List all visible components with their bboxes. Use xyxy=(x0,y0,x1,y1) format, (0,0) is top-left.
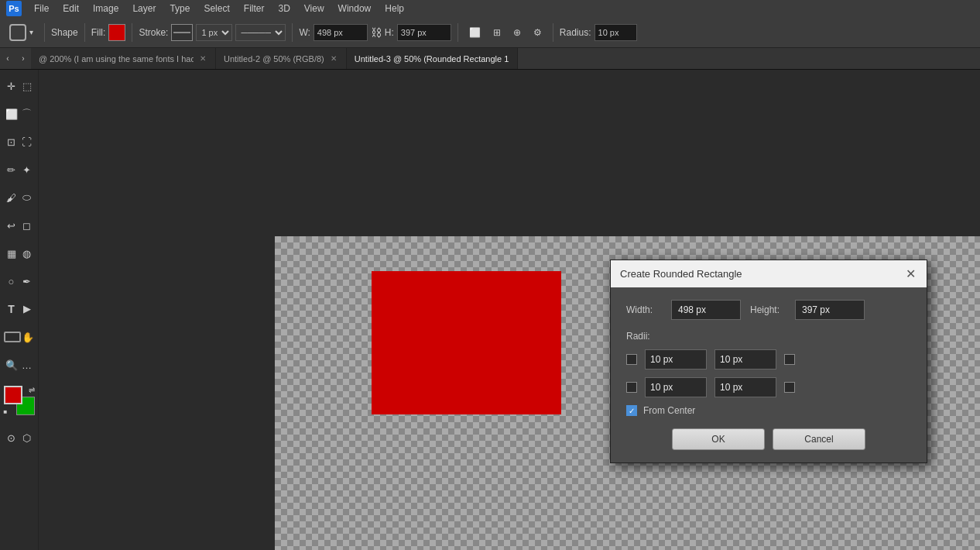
move-tools: ✛ ⬚ xyxy=(4,73,35,99)
dialog-body: Width: Height: Radii: xyxy=(611,287,927,462)
fill-color-swatch[interactable] xyxy=(108,24,125,41)
radii-tl-input[interactable] xyxy=(645,349,707,370)
radii-row-2 xyxy=(626,377,911,397)
shape-label: Shape xyxy=(51,27,78,38)
app-logo: Ps xyxy=(6,1,22,16)
link-dimensions-icon[interactable]: ⛓ xyxy=(371,26,382,39)
radii-bl-input[interactable] xyxy=(645,377,707,397)
from-center-checkbox[interactable]: ✓ xyxy=(626,405,637,416)
from-center-row: ✓ From Center xyxy=(626,405,911,416)
tab-label-1: Untitled-2 @ 50% (RGB/8) xyxy=(224,54,324,64)
menu-help[interactable]: Help xyxy=(379,2,410,15)
pen-tool[interactable]: ✒ xyxy=(19,268,35,294)
blur-tool[interactable]: ◍ xyxy=(19,240,35,266)
menu-view[interactable]: View xyxy=(298,2,331,15)
marquee-tools: ⬜ ⌒ xyxy=(4,101,35,127)
stroke-width-dropdown[interactable]: 1 px xyxy=(196,24,232,41)
move-tool[interactable]: ✛ xyxy=(4,73,19,99)
zoom-tools: 🔍 … xyxy=(4,352,35,378)
menu-window[interactable]: Window xyxy=(332,2,378,15)
toolbar-separator-5 xyxy=(457,23,458,42)
shape-tool-button[interactable]: ▾ xyxy=(5,21,38,44)
dimensions-row: Width: Height: xyxy=(626,300,911,320)
healing-tool[interactable]: ✦ xyxy=(19,156,35,183)
eraser-tool[interactable]: ◻ xyxy=(19,212,35,239)
dodge-tool[interactable]: ○ xyxy=(4,268,19,294)
cancel-button[interactable]: Cancel xyxy=(773,428,865,450)
width-label: W: xyxy=(299,27,310,38)
height-input[interactable] xyxy=(397,24,451,41)
hand-tool[interactable]: ✋ xyxy=(21,324,35,350)
rectangular-marquee-tool[interactable]: ⬜ xyxy=(4,101,19,127)
layer-arrange-button[interactable]: ⊕ xyxy=(509,24,526,41)
menu-filter[interactable]: Filter xyxy=(238,2,271,15)
lasso-tool[interactable]: ⌒ xyxy=(19,101,35,127)
create-rounded-rectangle-dialog: Create Rounded Rectangle ✕ Width: Height… xyxy=(610,260,927,463)
menu-edit[interactable]: Edit xyxy=(57,2,85,15)
brush-tool[interactable]: 🖌 xyxy=(4,184,19,211)
radii-br-input[interactable] xyxy=(714,377,776,397)
quick-mask-tool[interactable]: ⊙ xyxy=(4,425,19,451)
tab-0[interactable]: @ 200% (I am using the same fonts I had … xyxy=(31,48,216,69)
toolbar-separator-4 xyxy=(292,23,293,42)
tab-scroll-left[interactable]: ‹ xyxy=(0,48,15,69)
object-selection-tool[interactable]: ⊡ xyxy=(4,129,19,155)
shape-settings-button[interactable]: ⚙ xyxy=(529,24,547,41)
history-brush-tool[interactable]: ↩ xyxy=(4,212,19,239)
swap-colors-icon[interactable]: ⇌ xyxy=(29,386,35,394)
menu-image[interactable]: Image xyxy=(87,2,125,15)
tab-2[interactable]: Untitled-3 @ 50% (Rounded Rectangle 1, R… xyxy=(347,48,518,69)
radii-tr-input[interactable] xyxy=(714,349,776,370)
radii-br-checkbox[interactable] xyxy=(784,382,795,393)
default-colors-icon[interactable]: ■ xyxy=(4,408,8,415)
path-selection-tool[interactable]: ▶ xyxy=(19,296,35,322)
zoom-tool[interactable]: 🔍 xyxy=(4,352,19,378)
foreground-color-swatch[interactable] xyxy=(4,386,22,404)
gradient-tool[interactable]: ▦ xyxy=(4,240,19,266)
tab-1[interactable]: Untitled-2 @ 50% (RGB/8) ✕ xyxy=(216,48,347,69)
radius-input[interactable] xyxy=(595,24,637,41)
dialog-width-label: Width: xyxy=(626,304,665,315)
width-input[interactable] xyxy=(314,24,368,41)
tab-close-0[interactable]: ✕ xyxy=(198,53,207,64)
options-toolbar: ▾ Shape Fill: Stroke: 1 px ───── W: ⛓ H:… xyxy=(0,17,980,48)
menu-type[interactable]: Type xyxy=(163,2,196,15)
fill-label: Fill: xyxy=(91,27,106,38)
tab-label-0: @ 200% (I am using the same fonts I had … xyxy=(39,54,194,64)
menu-file[interactable]: File xyxy=(28,2,55,15)
mask-screen-tools: ⊙ ⬡ xyxy=(4,425,35,451)
type-tool[interactable]: T xyxy=(4,296,19,322)
screen-mode-tool[interactable]: ⬡ xyxy=(19,425,35,451)
crop-tool[interactable]: ⛶ xyxy=(19,129,35,155)
dialog-title: Create Rounded Rectangle xyxy=(620,268,742,280)
red-rectangle-shape xyxy=(372,271,561,414)
radii-tr-checkbox[interactable] xyxy=(784,354,795,365)
ok-button[interactable]: OK xyxy=(672,428,765,450)
dialog-close-button[interactable]: ✕ xyxy=(904,266,917,281)
height-field: Height: xyxy=(750,300,865,320)
rectangle-tool[interactable] xyxy=(4,332,21,342)
dialog-height-input[interactable] xyxy=(795,300,865,320)
dialog-width-input[interactable] xyxy=(671,300,741,320)
radii-bl-checkbox[interactable] xyxy=(626,382,637,393)
artboard-tool[interactable]: ⬚ xyxy=(19,73,35,99)
align-anchor-button[interactable]: ⊞ xyxy=(488,24,505,41)
tab-scroll-right[interactable]: › xyxy=(15,48,31,69)
shape-tools: ✋ xyxy=(4,324,35,350)
menu-select[interactable]: Select xyxy=(197,2,235,15)
radii-tl-checkbox[interactable] xyxy=(626,354,637,365)
menu-3d[interactable]: 3D xyxy=(272,2,296,15)
align-button[interactable]: ⬜ xyxy=(464,24,485,41)
from-center-label: From Center xyxy=(643,405,695,416)
tab-bar: ‹ › @ 200% (I am using the same fonts I … xyxy=(0,48,980,70)
menu-layer[interactable]: Layer xyxy=(126,2,162,15)
more-tools[interactable]: … xyxy=(19,352,35,378)
toolbar-separator-3 xyxy=(132,23,132,42)
tab-close-1[interactable]: ✕ xyxy=(329,53,338,64)
stamp-tool[interactable]: ⬭ xyxy=(19,184,35,211)
stroke-style-dropdown[interactable]: ───── xyxy=(235,24,286,41)
canvas-area[interactable]: Create Rounded Rectangle ✕ Width: Height… xyxy=(39,70,980,550)
eyedropper-tool[interactable]: ✏ xyxy=(4,156,19,183)
left-toolbar: ✛ ⬚ ⬜ ⌒ ⊡ ⛶ ✏ ✦ 🖌 ⬭ ↩ ◻ ▦ ◍ xyxy=(0,70,39,550)
stroke-preview[interactable] xyxy=(171,24,193,41)
